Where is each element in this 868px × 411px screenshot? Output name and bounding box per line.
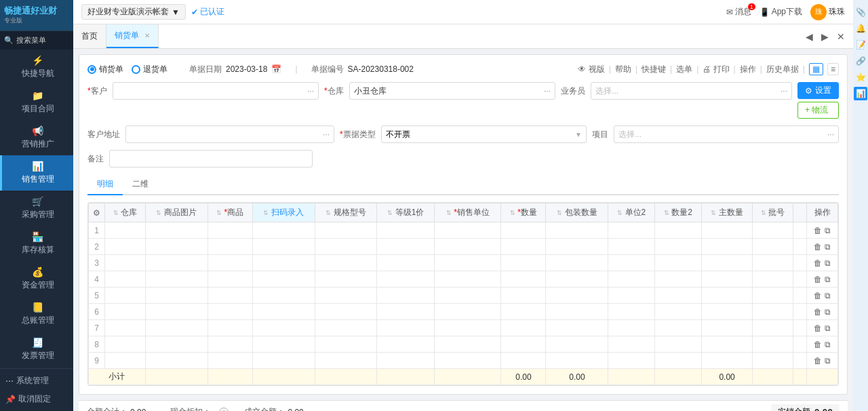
- cell-10[interactable]: [655, 320, 702, 336]
- sidebar-item-quick-nav[interactable]: ⚡ 快捷导航: [0, 50, 73, 85]
- cell-12[interactable]: [753, 353, 793, 369]
- customer-picker[interactable]: ···: [307, 86, 314, 96]
- cell-0[interactable]: [105, 353, 146, 369]
- cell-3[interactable]: [252, 271, 315, 288]
- right-icon-3[interactable]: 📝: [854, 38, 867, 52]
- cell-12[interactable]: [753, 288, 793, 304]
- cell-3[interactable]: [252, 320, 315, 336]
- cell-10[interactable]: [655, 255, 702, 271]
- sidebar-item-sales[interactable]: 📊 销售管理: [0, 155, 73, 191]
- right-icon-6[interactable]: 📊: [854, 87, 867, 100]
- cell-3[interactable]: [252, 288, 315, 304]
- cell-8[interactable]: [546, 353, 608, 369]
- cell-13[interactable]: [793, 320, 807, 336]
- cell-10[interactable]: [655, 288, 702, 304]
- cell-1[interactable]: [145, 320, 208, 336]
- sidebar-item-invoice[interactable]: 🧾 发票管理: [0, 332, 73, 367]
- cell-8[interactable]: [546, 320, 608, 336]
- cell-2[interactable]: [208, 255, 252, 271]
- doc-date-value[interactable]: 2023-03-18: [226, 64, 267, 74]
- tab-close-icon[interactable]: ✕: [144, 32, 150, 39]
- cell-7[interactable]: [501, 255, 546, 271]
- copy-icon[interactable]: ⧉: [825, 242, 831, 252]
- cell-2[interactable]: [208, 271, 252, 288]
- cell-10[interactable]: [655, 271, 702, 288]
- cell-9[interactable]: [608, 255, 655, 271]
- cell-0[interactable]: [105, 336, 146, 353]
- cell-4[interactable]: [315, 320, 377, 336]
- cell-5[interactable]: [377, 320, 435, 336]
- search-nav[interactable]: 🔍 搜索菜单: [0, 31, 73, 50]
- cell-10[interactable]: [655, 304, 702, 320]
- cell-1[interactable]: [145, 353, 208, 369]
- cell-0[interactable]: [105, 255, 146, 271]
- right-icon-1[interactable]: 📎: [854, 5, 867, 19]
- cell-7[interactable]: [501, 320, 546, 336]
- tab-sales[interactable]: 销货单 ✕: [106, 24, 159, 48]
- copy-icon[interactable]: ⧉: [825, 307, 831, 317]
- message-btn[interactable]: ✉ 1 消息: [726, 6, 751, 18]
- address-input[interactable]: ···: [125, 125, 334, 143]
- sidebar-item-purchase[interactable]: 🛒 采购管理: [0, 191, 73, 226]
- cell-5[interactable]: [377, 336, 435, 353]
- cell-2[interactable]: [208, 336, 252, 353]
- sidebar-item-finance[interactable]: 💰 资金管理: [0, 261, 73, 296]
- cell-4[interactable]: [315, 239, 377, 255]
- sidebar-item-project[interactable]: 📁 项目合同: [0, 85, 73, 120]
- history-btn[interactable]: 历史单据: [766, 64, 799, 75]
- grid-view-btn[interactable]: ▦: [809, 63, 823, 75]
- cell-8[interactable]: [546, 304, 608, 320]
- select-btn[interactable]: 选单: [676, 64, 692, 75]
- staff-picker[interactable]: ···: [781, 86, 787, 96]
- tab-next-btn[interactable]: ▶: [818, 30, 831, 43]
- cell-9[interactable]: [608, 288, 655, 304]
- cell-12[interactable]: [753, 271, 793, 288]
- tab-close-all-btn[interactable]: ✕: [834, 30, 848, 43]
- cell-11[interactable]: [701, 320, 753, 336]
- copy-icon[interactable]: ⧉: [825, 291, 831, 300]
- cell-11[interactable]: [701, 336, 753, 353]
- col-settings[interactable]: ⚙: [89, 203, 105, 222]
- cell-13[interactable]: [793, 353, 807, 369]
- cell-9[interactable]: [608, 353, 655, 369]
- cell-5[interactable]: [377, 304, 435, 320]
- cell-7[interactable]: [501, 288, 546, 304]
- cell-13[interactable]: [793, 255, 807, 271]
- right-icon-4[interactable]: 🔗: [854, 54, 867, 68]
- right-icon-2[interactable]: 🔔: [854, 22, 867, 35]
- cell-1[interactable]: [145, 336, 208, 353]
- cell-13[interactable]: [793, 271, 807, 288]
- sidebar-item-accounting[interactable]: 📒 总账管理: [0, 296, 73, 332]
- cell-1[interactable]: [145, 304, 208, 320]
- help-btn[interactable]: 帮助: [615, 64, 631, 75]
- cell-3[interactable]: [252, 239, 315, 255]
- cell-8[interactable]: [546, 336, 608, 353]
- cell-3[interactable]: [252, 353, 315, 369]
- right-icon-5[interactable]: ⭐: [854, 71, 867, 84]
- cell-6[interactable]: [435, 255, 501, 271]
- cell-1[interactable]: [145, 255, 208, 271]
- cell-8[interactable]: [546, 222, 608, 239]
- customer-input[interactable]: ···: [113, 82, 319, 100]
- cell-11[interactable]: [701, 288, 753, 304]
- cell-7[interactable]: [501, 239, 546, 255]
- app-download-btn[interactable]: 📱 App下载: [760, 6, 802, 18]
- delete-icon[interactable]: 🗑: [814, 242, 822, 252]
- cell-6[interactable]: [435, 271, 501, 288]
- cell-0[interactable]: [105, 288, 146, 304]
- cell-9[interactable]: [608, 271, 655, 288]
- cell-2[interactable]: [208, 222, 252, 239]
- cell-11[interactable]: [701, 239, 753, 255]
- cell-12[interactable]: [753, 304, 793, 320]
- settings-cog-icon[interactable]: ⚙: [93, 208, 100, 218]
- cell-7[interactable]: [501, 336, 546, 353]
- company-selector[interactable]: 好业财专业版演示帐套 ▼: [81, 4, 186, 20]
- cell-4[interactable]: [315, 288, 377, 304]
- user-btn[interactable]: 珠 珠珠: [810, 4, 845, 20]
- delete-icon[interactable]: 🗑: [814, 307, 822, 317]
- cell-2[interactable]: [208, 304, 252, 320]
- copy-icon[interactable]: ⧉: [825, 275, 831, 284]
- sidebar-item-inventory[interactable]: 🏪 库存核算: [0, 226, 73, 261]
- copy-icon[interactable]: ⧉: [825, 258, 831, 268]
- delete-icon[interactable]: 🗑: [814, 275, 822, 284]
